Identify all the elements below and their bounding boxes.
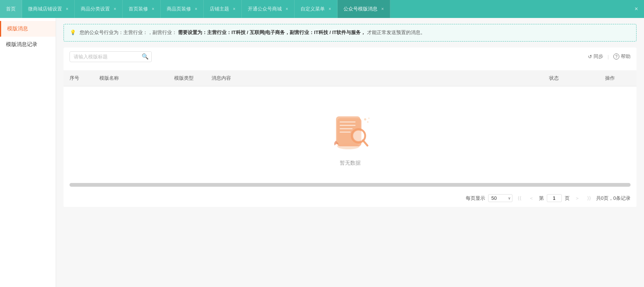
sync-button[interactable]: ↺ 同步 <box>588 53 603 60</box>
search-icon: 🔍 <box>142 53 149 59</box>
sidebar: 模版消息 模版消息记录 <box>0 18 56 287</box>
search-button[interactable]: 🔍 <box>142 53 149 60</box>
search-input-wrap: 🔍 <box>70 51 152 62</box>
nav-tab-product-decoration[interactable]: 商品页装修 × <box>161 0 204 18</box>
search-bar: 🔍 ↺ 同步 | ? 帮助 <box>64 48 637 66</box>
col-action: 操作 <box>599 70 637 86</box>
page-unit-label: 页 <box>565 195 570 202</box>
last-page-button[interactable]: ⟩⟩ <box>585 195 593 202</box>
actions-divider: | <box>608 54 609 59</box>
sidebar-item-template-msg[interactable]: 模版消息 <box>0 21 56 37</box>
sidebar-item-template-msg-label: 模版消息 <box>7 25 28 31</box>
sidebar-item-template-msg-record[interactable]: 模版消息记录 <box>0 37 56 52</box>
table-container: 🔍 ↺ 同步 | ? 帮助 <box>64 48 637 207</box>
close-product-decoration[interactable]: × <box>195 6 197 12</box>
close-store-theme[interactable]: × <box>233 6 235 12</box>
close-category-settings[interactable]: × <box>114 6 116 12</box>
help-icon: ? <box>613 54 619 59</box>
nav-tab-store-theme[interactable]: 店铺主题 × <box>204 0 242 18</box>
svg-line-9 <box>363 140 367 146</box>
data-table: 序号 模版名称 模版类型 消息内容 状态 操作 <box>64 70 637 181</box>
col-name: 模版名称 <box>93 70 168 86</box>
nav-tab-custom-menu-label: 自定义菜单 <box>301 6 325 12</box>
nav-tab-shop-settings[interactable]: 微商城店铺设置 × <box>22 0 75 18</box>
prev-page-button[interactable]: ＜ <box>527 194 536 202</box>
notice-banner: 💡 您的公众号行业为：主营行业：，副营行业： 需要设置为：主营行业：IT科技 /… <box>64 24 637 42</box>
close-open-wechat-mall[interactable]: × <box>286 6 288 12</box>
svg-point-10 <box>364 118 366 120</box>
nav-tab-template-msg-label: 公众号模版消息 <box>343 6 378 12</box>
empty-text: 暂无数据 <box>340 160 361 167</box>
page-size-select[interactable]: 10 20 50 100 <box>488 194 512 202</box>
page-size-label: 每页显示 <box>466 195 485 202</box>
empty-illustration <box>328 109 373 154</box>
help-button[interactable]: ? 帮助 <box>613 53 631 60</box>
svg-point-11 <box>367 121 369 123</box>
page-size-select-wrap[interactable]: 10 20 50 100 <box>488 194 512 202</box>
nav-tab-custom-menu[interactable]: 自定义菜单 × <box>295 0 338 18</box>
nav-tab-product-decoration-label: 商品页装修 <box>167 6 191 12</box>
svg-point-12 <box>368 117 370 119</box>
close-home-decoration[interactable]: × <box>152 6 154 12</box>
close-custom-menu[interactable]: × <box>329 6 331 12</box>
help-label: 帮助 <box>621 53 631 60</box>
page-label: 第 <box>539 195 544 202</box>
col-content: 消息内容 <box>206 70 543 86</box>
nav-tab-template-msg[interactable]: 公众号模版消息 × <box>338 0 390 18</box>
page-number-input[interactable] <box>547 194 562 202</box>
nav-tab-open-wechat-mall[interactable]: 开通公众号商城 × <box>242 0 295 18</box>
sync-icon: ↺ <box>588 54 592 59</box>
col-index: 序号 <box>64 70 93 86</box>
notice-text-2: 才能正常发送预置的消息。 <box>367 30 425 35</box>
top-nav-bar: 首页 微商城店铺设置 × 商品分类设置 × 首页装修 × 商品页装修 × 店铺主… <box>0 0 644 18</box>
sidebar-item-template-msg-record-label: 模版消息记录 <box>6 41 37 47</box>
notice-lightbulb-icon: 💡 <box>70 30 76 35</box>
nav-tab-open-wechat-mall-label: 开通公众号商城 <box>248 6 282 12</box>
search-input[interactable] <box>70 51 152 62</box>
content-area: 💡 您的公众号行业为：主营行业：，副营行业： 需要设置为：主营行业：IT科技 /… <box>56 18 644 287</box>
empty-state: 暂无数据 <box>64 86 637 181</box>
nav-tab-shop-settings-label: 微商城店铺设置 <box>28 6 62 12</box>
notice-highlight-text: 需要设置为：主营行业：IT科技 / 互联网|电子商务，副营行业：IT科技 / I… <box>178 30 366 35</box>
close-template-msg[interactable]: × <box>381 6 384 12</box>
sync-label: 同步 <box>594 53 603 60</box>
nav-tab-home-label: 首页 <box>6 6 16 12</box>
col-status: 状态 <box>543 70 599 86</box>
main-layout: 模版消息 模版消息记录 💡 您的公众号行业为：主营行业：，副营行业： 需要设置为… <box>0 18 644 287</box>
horizontal-scrollbar[interactable] <box>70 183 631 187</box>
nav-tab-home-decoration-label: 首页装修 <box>129 6 148 12</box>
notice-text-1: 您的公众号行业为：主营行业：，副营行业： <box>80 30 177 35</box>
close-all-tabs-button[interactable]: × <box>629 6 644 12</box>
first-page-button[interactable]: ⟨⟨ <box>515 195 524 202</box>
nav-tab-category-settings[interactable]: 商品分类设置 × <box>75 0 123 18</box>
nav-tab-home-decoration[interactable]: 首页装修 × <box>123 0 161 18</box>
close-shop-settings[interactable]: × <box>66 6 68 12</box>
pagination-bar: 每页显示 10 20 50 100 ⟨⟨ ＜ 第 页 ＞ ⟩⟩ 共0页，0条记录 <box>64 190 637 207</box>
nav-tab-store-theme-label: 店铺主题 <box>210 6 229 12</box>
next-page-button[interactable]: ＞ <box>573 194 582 202</box>
col-type: 模版类型 <box>168 70 206 86</box>
nav-tab-category-settings-label: 商品分类设置 <box>81 6 110 12</box>
nav-tab-home[interactable]: 首页 <box>0 0 22 18</box>
svg-point-8 <box>353 131 364 141</box>
table-header-row: 序号 模版名称 模版类型 消息内容 状态 操作 <box>64 70 637 86</box>
page-total-label: 共0页，0条记录 <box>596 195 631 202</box>
search-actions: ↺ 同步 | ? 帮助 <box>588 53 631 60</box>
